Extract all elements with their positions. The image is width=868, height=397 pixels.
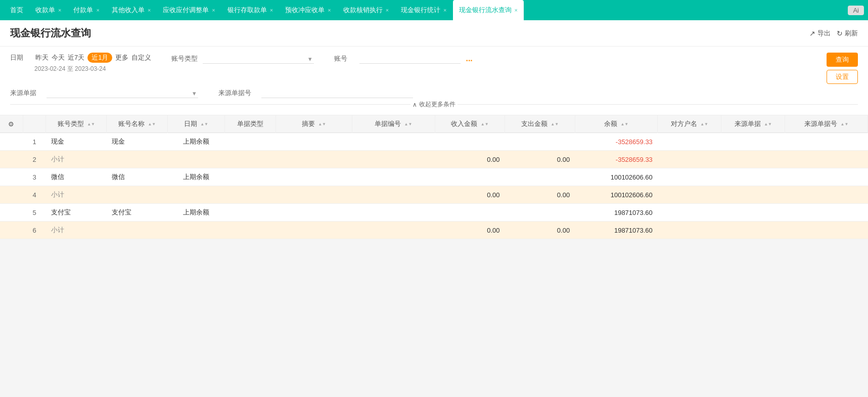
col-account-type[interactable]: 账号类型 ▲▼ [46, 115, 107, 133]
close-tab-5[interactable]: × [328, 7, 331, 13]
row-source-doc [721, 222, 785, 239]
row-summary [276, 133, 352, 151]
nav-tab-6[interactable]: 收款核销执行 × [337, 0, 395, 20]
row-index: 3 [23, 168, 45, 186]
close-tab-4[interactable]: × [270, 7, 273, 13]
row-expense [505, 133, 575, 151]
sort-account-name[interactable]: ▲▼ [148, 122, 156, 126]
col-counterparty[interactable]: 对方户名 ▲▼ [658, 115, 721, 133]
sort-account-type[interactable]: ▲▼ [87, 122, 95, 126]
account-input[interactable] [359, 54, 461, 64]
account-label: 账号 [334, 54, 354, 63]
sort-source-doc[interactable]: ▲▼ [764, 122, 772, 126]
row-summary [276, 186, 352, 204]
col-income[interactable]: 收入金额 ▲▼ [435, 115, 505, 133]
collapse-line-right [458, 104, 858, 105]
row-date: 上期余额 [167, 168, 224, 186]
col-doc-no[interactable]: 单据编号 ▲▼ [352, 115, 435, 133]
row-doc-type [224, 151, 276, 168]
sort-doc-no[interactable]: ▲▼ [404, 122, 413, 126]
account-dots-button[interactable]: ... [466, 54, 472, 63]
row-counterparty [658, 204, 721, 222]
row-doc-no [352, 186, 435, 204]
date-shortcut-yesterday[interactable]: 昨天 [35, 53, 49, 62]
query-button[interactable]: 查询 [827, 53, 858, 67]
collapse-up-icon: ∧ [413, 101, 417, 108]
col-gear[interactable]: ⚙ [0, 115, 23, 133]
date-shortcut-7days[interactable]: 近7天 [68, 53, 84, 62]
refresh-button[interactable]: ↻ 刷新 [837, 29, 858, 38]
col-summary[interactable]: 摘要 ▲▼ [276, 115, 352, 133]
top-nav: 首页 收款单 × 付款单 × 其他收入单 × 应收应付调整单 × 银行存取款单 … [0, 0, 868, 20]
row-account-name: 现金 [107, 133, 167, 151]
sort-counterparty[interactable]: ▲▼ [700, 122, 708, 126]
nav-tab-7[interactable]: 现金银行统计 × [395, 0, 452, 20]
ai-badge[interactable]: Ai [848, 6, 864, 15]
nav-tab-1[interactable]: 付款单 × [67, 0, 105, 20]
sort-expense[interactable]: ▲▼ [551, 122, 559, 126]
row-source-doc-no [785, 222, 868, 239]
sort-source-doc-no[interactable]: ▲▼ [841, 122, 849, 126]
close-tab-2[interactable]: × [148, 7, 151, 13]
settings-button[interactable]: 设置 [827, 70, 858, 84]
row-doc-type [224, 222, 276, 239]
nav-tab-4[interactable]: 银行存取款单 × [221, 0, 279, 20]
close-tab-1[interactable]: × [96, 7, 99, 13]
row-index: 1 [23, 133, 45, 151]
row-counterparty [658, 186, 721, 204]
row-counterparty [658, 222, 721, 239]
col-account-name[interactable]: 账号名称 ▲▼ [107, 115, 167, 133]
source-doc-select[interactable] [47, 88, 198, 98]
nav-tab-2[interactable]: 其他收入单 × [106, 0, 157, 20]
date-shortcut-1month[interactable]: 近1月 [87, 53, 112, 63]
table-row: 5 支付宝 支付宝 上期余额 19871073.60 [0, 204, 868, 222]
row-account-type: 微信 [46, 168, 107, 186]
row-account-type: 现金 [46, 133, 107, 151]
date-shortcut-more[interactable]: 更多 [115, 53, 128, 62]
sort-summary[interactable]: ▲▼ [318, 122, 326, 126]
row-source-doc-no [785, 186, 868, 204]
col-source-doc[interactable]: 来源单据 ▲▼ [721, 115, 785, 133]
date-shortcut-custom[interactable]: 自定义 [131, 53, 151, 62]
sort-date[interactable]: ▲▼ [200, 122, 208, 126]
row-gear [0, 186, 23, 204]
row-account-name [107, 186, 167, 204]
account-type-select[interactable] [203, 54, 314, 64]
row-doc-no [352, 204, 435, 222]
col-expense[interactable]: 支出金额 ▲▼ [505, 115, 575, 133]
table-header-row: ⚙ 账号类型 ▲▼ 账号名称 ▲▼ 日期 ▲▼ 单据类型 摘要 [0, 115, 868, 133]
source-doc-no-input[interactable] [261, 88, 413, 98]
row-doc-type [224, 186, 276, 204]
close-tab-7[interactable]: × [443, 7, 446, 13]
nav-tab-8[interactable]: 现金银行流水查询 × [453, 0, 524, 20]
export-icon: ↗ [809, 29, 815, 37]
col-date[interactable]: 日期 ▲▼ [167, 115, 224, 133]
table-row: 6 小计 0.00 0.00 19871073.60 [0, 222, 868, 239]
close-tab-6[interactable]: × [386, 7, 389, 13]
row-date: 上期余额 [167, 133, 224, 151]
close-tab-8[interactable]: × [515, 7, 518, 13]
nav-home[interactable]: 首页 [4, 0, 29, 20]
col-source-doc-no[interactable]: 来源单据号 ▲▼ [785, 115, 868, 133]
nav-tab-5[interactable]: 预收冲应收单 × [279, 0, 337, 20]
col-balance[interactable]: 余额 ▲▼ [575, 115, 658, 133]
row-account-name: 微信 [107, 168, 167, 186]
close-tab-0[interactable]: × [58, 7, 61, 13]
row-balance: 19871073.60 [575, 222, 658, 239]
row-doc-type [224, 204, 276, 222]
row-income [435, 168, 505, 186]
row-doc-type [224, 133, 276, 151]
row-balance: -3528659.33 [575, 133, 658, 151]
sort-income[interactable]: ▲▼ [481, 122, 489, 126]
close-tab-3[interactable]: × [212, 7, 215, 13]
sort-balance[interactable]: ▲▼ [620, 122, 628, 126]
nav-tab-3[interactable]: 应收应付调整单 × [157, 0, 221, 20]
export-button[interactable]: ↗ 导出 [809, 29, 831, 38]
collapse-bar[interactable]: ∧ 收起更多条件 [10, 100, 858, 109]
row-doc-type [224, 168, 276, 186]
date-shortcut-today[interactable]: 今天 [52, 53, 65, 62]
nav-tab-0[interactable]: 收款单 × [29, 0, 67, 20]
collapse-label: 收起更多条件 [419, 100, 455, 109]
gear-icon[interactable]: ⚙ [8, 120, 14, 128]
row-doc-no [352, 168, 435, 186]
